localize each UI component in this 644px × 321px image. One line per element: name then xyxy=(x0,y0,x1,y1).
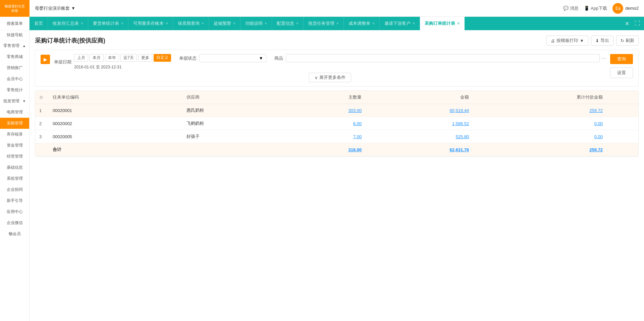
expand-conditions-button[interactable]: ∨ 展开更多条件 xyxy=(309,73,351,82)
date-custom-tag[interactable]: 自定义 xyxy=(154,54,171,62)
row-amount[interactable]: 60,519.44 xyxy=(366,104,473,117)
date-btn-this-month[interactable]: 本月 xyxy=(90,54,104,62)
tab-goods-stats-close-icon[interactable]: × xyxy=(121,21,123,26)
tab-func-desc-close-icon[interactable]: × xyxy=(265,21,267,26)
main-area: 母婴行业演示账套 ▼ 💬 消息 📱 App下载 Ea demo2 首页 收发存汇… xyxy=(30,0,644,321)
filter-actions: 查询 设置 xyxy=(610,54,633,78)
date-range-display: 2016-01-01 至 2023-12-31 xyxy=(74,64,171,70)
tab-warranty-query[interactable]: 保质期查询 × xyxy=(173,17,209,30)
tab-fullscreen-icon[interactable]: ⛶ xyxy=(633,19,641,28)
export-button[interactable]: ⬇ 导出 xyxy=(591,36,613,46)
row-paid[interactable]: 0.00 xyxy=(473,117,607,130)
date-controls: 上月 本月 本年 近7天 更多 自定义 2016-01-01 至 2023-12… xyxy=(74,54,171,70)
row-extra xyxy=(607,117,638,130)
tab-purchase-order-stats-close-icon[interactable]: × xyxy=(457,21,460,26)
tab-config-info-close-icon[interactable]: × xyxy=(296,21,299,26)
sidebar-item-member-center[interactable]: 会员中心 xyxy=(0,73,29,85)
tab-invite-downstream-label: 邀请下游客户 xyxy=(384,20,411,26)
footer-qty: 316.00 xyxy=(282,143,366,156)
tab-overstock-warning[interactable]: 超储预警 × xyxy=(209,17,240,30)
goods-more-icon[interactable]: ··· xyxy=(601,55,606,62)
tab-goods-stats-label: 要货单统计表 xyxy=(93,20,119,26)
sidebar-item-retail-mall[interactable]: 零售商城 xyxy=(0,51,29,62)
message-button[interactable]: 💬 消息 xyxy=(563,5,579,11)
app-download-button[interactable]: 📱 App下载 xyxy=(584,5,607,11)
sidebar: 畅捷通好生意 标版 搜索菜单 快捷导航 零售管理 ▲ 零售商城 营销推广 会员中… xyxy=(0,0,30,321)
row-qty[interactable]: 303.00 xyxy=(282,104,366,117)
tab-available-inventory[interactable]: 可用量库存账本 × xyxy=(128,17,173,30)
table-settings-icon[interactable]: ⚙ xyxy=(39,95,43,100)
tab-batch-task-label: 拣货任务管理 xyxy=(308,20,334,26)
goods-input[interactable] xyxy=(286,54,600,62)
print-button[interactable]: 🖨 按模板打印 ▼ xyxy=(546,36,588,46)
row-paid[interactable]: 0.00 xyxy=(473,130,607,143)
sidebar-item-inventory[interactable]: 库存核算 xyxy=(0,129,29,140)
sidebar-item-retail-stats[interactable]: 零售统计 xyxy=(0,85,29,96)
sidebar-item-enterprise-collab[interactable]: 企业协同 xyxy=(0,184,29,195)
tab-func-desc[interactable]: 功能说明 × xyxy=(240,17,272,30)
filter-collapse-button[interactable]: ▶ xyxy=(41,55,50,64)
search-menu-label[interactable]: 搜索菜单 xyxy=(2,19,27,28)
filter-more-row: ∨ 展开更多条件 xyxy=(54,70,606,82)
sidebar-item-retail-mgmt[interactable]: 零售管理 ▲ xyxy=(0,40,29,51)
row-paid[interactable]: 259.72 xyxy=(473,104,607,117)
tab-batch-task-close-icon[interactable]: × xyxy=(336,21,339,26)
sidebar-item-basic-info[interactable]: 基础信息 xyxy=(0,162,29,173)
row-qty[interactable]: 6.00 xyxy=(282,117,366,130)
tab-goods-stats[interactable]: 要货单统计表 × xyxy=(88,17,128,30)
query-button[interactable]: 查询 xyxy=(610,54,633,64)
date-btn-this-year[interactable]: 本年 xyxy=(105,54,119,62)
refresh-label: 刷新 xyxy=(626,38,634,44)
sidebar-item-purchase-mgmt[interactable]: 采购管理 xyxy=(0,118,29,129)
table-row: 3 00020005 好孩子 7.00 525.80 0.00 xyxy=(35,130,638,143)
tab-cost-adjust-close-icon[interactable]: × xyxy=(372,21,375,26)
avatar: Ea xyxy=(612,3,623,14)
tab-config-info[interactable]: 配置信息 × xyxy=(272,17,304,30)
row-code: 00020001 xyxy=(49,104,182,117)
date-btn-more[interactable]: 更多 xyxy=(138,54,152,62)
sidebar-item-wholesale-mgmt[interactable]: 批发管理 ▼ xyxy=(0,96,29,107)
date-btn-last-month[interactable]: 上月 xyxy=(74,54,88,62)
refresh-button[interactable]: ↻ 刷新 xyxy=(616,36,639,46)
th-paid: 累计付款金额 xyxy=(473,91,607,104)
tab-close-all-icon[interactable]: ✕ xyxy=(624,19,631,28)
tab-invite-downstream-close-icon[interactable]: × xyxy=(413,21,415,26)
sidebar-item-member[interactable]: 畅会员 xyxy=(0,228,29,239)
settings-button[interactable]: 设置 xyxy=(610,67,633,78)
row-amount[interactable]: 1,586.52 xyxy=(366,117,473,130)
sidebar-item-ops-mgmt[interactable]: 经营管理 xyxy=(0,151,29,162)
row-amount[interactable]: 525.80 xyxy=(366,130,473,143)
tab-invite-downstream[interactable]: 邀请下游客户 × xyxy=(380,17,420,30)
row-seq: 1 xyxy=(35,104,49,117)
tab-cost-adjust[interactable]: 成本调整单 × xyxy=(344,17,380,30)
date-btn-last-7-days[interactable]: 近7天 xyxy=(120,54,137,62)
sidebar-wholesale-label: 批发管理 xyxy=(3,98,19,104)
tab-overstock-warning-close-icon[interactable]: × xyxy=(233,21,235,26)
sidebar-item-marketing[interactable]: 营销推广 xyxy=(0,62,29,73)
retail-mgmt-arrow-icon: ▲ xyxy=(22,44,26,48)
table-footer: 合计 316.00 62,631.76 259.72 xyxy=(35,143,638,156)
sidebar-item-enterprise-wechat[interactable]: 企业微信 xyxy=(0,217,29,228)
sidebar-item-finance[interactable]: 资金管理 xyxy=(0,140,29,151)
quick-nav-label[interactable]: 快捷导航 xyxy=(0,30,29,40)
store-selector[interactable]: 母婴行业演示账套 ▼ xyxy=(35,5,75,11)
tab-batch-task[interactable]: 拣货任务管理 × xyxy=(304,17,344,30)
tab-receive-summary[interactable]: 收发存汇总表 × xyxy=(48,17,88,30)
tab-purchase-order-stats[interactable]: 采购订单统计表 × xyxy=(420,17,465,30)
tab-available-inventory-label: 可用量库存账本 xyxy=(133,20,164,26)
sidebar-item-sys-mgmt[interactable]: 系统管理 xyxy=(0,173,29,184)
tab-home[interactable]: 首页 xyxy=(30,17,48,30)
sidebar-item-app-center[interactable]: 应用中心 xyxy=(0,206,29,217)
row-qty[interactable]: 7.00 xyxy=(282,130,366,143)
tab-warranty-query-close-icon[interactable]: × xyxy=(202,21,204,26)
sidebar-item-newbie-guide[interactable]: 新手引导 xyxy=(0,195,29,206)
row-code: 00020005 xyxy=(49,130,182,143)
tab-available-inventory-close-icon[interactable]: × xyxy=(166,21,168,26)
status-select[interactable]: ▼ xyxy=(199,54,266,62)
tab-receive-summary-close-icon[interactable]: × xyxy=(81,21,83,26)
sidebar-item-ecommerce-mgmt[interactable]: 电商管理 xyxy=(0,107,29,118)
sidebar-search[interactable]: 搜索菜单 xyxy=(0,17,29,30)
message-icon: 💬 xyxy=(563,6,569,11)
th-settings[interactable]: ⚙ xyxy=(35,91,49,104)
sidebar-nav-section: 零售管理 ▲ 零售商城 营销推广 会员中心 零售统计 批发管理 ▼ 电商管理 采… xyxy=(0,40,29,239)
